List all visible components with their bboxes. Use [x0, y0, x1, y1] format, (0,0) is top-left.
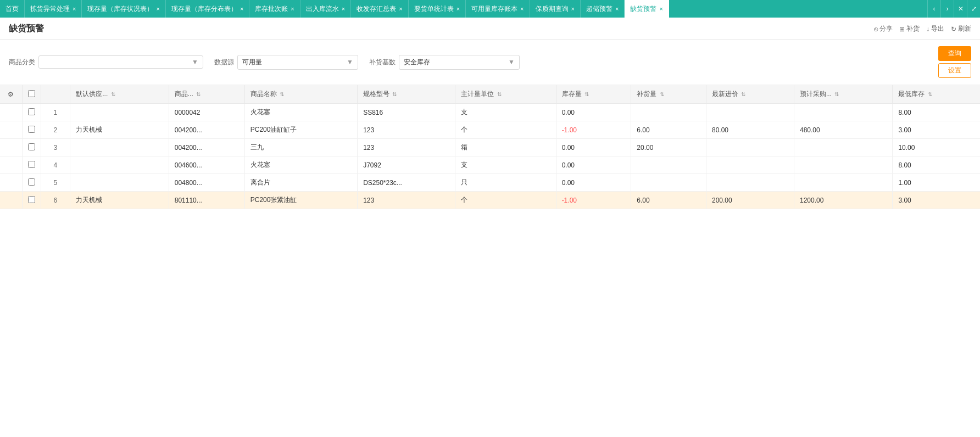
row-estimated-purchase-2: 480.00	[794, 121, 892, 139]
datasource-select[interactable]: 可用量 ▼	[237, 55, 358, 70]
row-estimated-purchase-4	[794, 156, 892, 174]
page-header: 缺货预警 ⎋ 分享 ⊞ 补货 ↓ 导出 ↻ 刷新	[0, 18, 980, 40]
tab-available-account[interactable]: 可用量库存账本 ×	[466, 0, 530, 18]
replenish-base-filter-group: 补货基数 安全库存 ▼	[369, 55, 520, 70]
table-row: 4 004600... 火花塞 J7092 支 0.00 8.00	[0, 156, 980, 174]
tab-close-inout-flow[interactable]: ×	[342, 5, 345, 12]
tab-close-expiry-query[interactable]: ×	[571, 5, 575, 12]
replenish-base-select[interactable]: 安全库存 ▼	[399, 55, 520, 70]
column-latest-price[interactable]: 最新进价 ⇅	[706, 85, 794, 104]
row-select-checkbox-6[interactable]	[28, 196, 35, 203]
row-replenish-qty-4	[631, 156, 706, 174]
category-select[interactable]: ▼	[38, 55, 203, 69]
table-row: 2 力天机械 004200... PC200油缸缸子 123 个 -1.00 6…	[0, 121, 980, 139]
tab-expiry-query[interactable]: 保质期查询 ×	[530, 0, 581, 18]
tab-inventory-dist[interactable]: 现存量（库存分布表） ×	[166, 0, 249, 18]
tab-close-abnormal[interactable]: ×	[73, 5, 76, 12]
tab-close-available-account[interactable]: ×	[520, 5, 524, 12]
refresh-button[interactable]: ↻ 刷新	[951, 24, 971, 33]
column-unit[interactable]: 主计量单位 ⇅	[455, 85, 556, 104]
datasource-filter-group: 数据源 可用量 ▼	[214, 55, 358, 70]
tab-close-receive-summary[interactable]: ×	[399, 5, 402, 12]
row-num-1: 1	[41, 104, 70, 121]
row-min-stock-1: 8.00	[893, 104, 980, 121]
row-select-checkbox-5[interactable]	[28, 178, 35, 186]
tab-close-demand-stat[interactable]: ×	[456, 5, 460, 12]
column-gear[interactable]: ⚙	[0, 85, 22, 104]
tab-inventory-status[interactable]: 现存量（库存状况表） ×	[82, 0, 165, 18]
column-min-stock[interactable]: 最低库存 ⇅	[893, 85, 980, 104]
settings-button[interactable]: 设置	[938, 63, 971, 78]
tab-shortage[interactable]: 缺货预警 ×	[625, 0, 669, 18]
row-checkbox-2[interactable]	[22, 121, 41, 139]
sort-stock-icon: ⇅	[584, 91, 589, 97]
column-spec[interactable]: 规格型号 ⇅	[358, 85, 455, 104]
tab-home[interactable]: 首页	[0, 0, 25, 18]
column-num	[41, 85, 70, 104]
tab-close-batch-account[interactable]: ×	[291, 5, 294, 12]
row-replenish-qty-3: 20.00	[631, 139, 706, 156]
row-select-checkbox-2[interactable]	[28, 126, 35, 133]
row-select-checkbox-1[interactable]	[28, 108, 35, 115]
row-checkbox-3[interactable]	[22, 139, 41, 156]
tab-demand-stat[interactable]: 要货单统计表 ×	[409, 0, 466, 18]
select-all-checkbox[interactable]	[28, 90, 35, 97]
share-button[interactable]: ⎋ 分享	[874, 24, 893, 33]
row-name-5: 离合片	[244, 174, 357, 192]
row-code-3: 004200...	[169, 139, 244, 156]
tab-abnormal[interactable]: 拣货异常处理 ×	[25, 0, 82, 18]
row-checkbox-5[interactable]	[22, 174, 41, 192]
category-filter-group: 商品分类 ▼	[9, 55, 203, 69]
row-checkbox-1[interactable]	[22, 104, 41, 121]
row-code-5: 004800...	[169, 174, 244, 192]
row-unit-1: 支	[455, 104, 556, 121]
column-stock[interactable]: 库存量 ⇅	[556, 85, 631, 104]
tab-inout-flow[interactable]: 出入库流水 ×	[300, 0, 351, 18]
column-replenish-qty[interactable]: 补货量 ⇅	[631, 85, 706, 104]
row-gear-6	[0, 192, 22, 209]
tab-next-button[interactable]: ›	[940, 0, 954, 18]
row-select-checkbox-4[interactable]	[28, 161, 35, 168]
column-estimated-purchase[interactable]: 预计采购... ⇅	[794, 85, 892, 104]
column-product-code[interactable]: 商品... ⇅	[169, 85, 244, 104]
row-unit-4: 支	[455, 156, 556, 174]
query-button[interactable]: 查询	[938, 46, 971, 61]
tab-close-inventory-dist[interactable]: ×	[240, 5, 243, 12]
row-estimated-purchase-5	[794, 174, 892, 192]
tab-close-shortage[interactable]: ×	[659, 5, 662, 12]
datasource-label: 数据源	[214, 58, 234, 67]
row-min-stock-4: 8.00	[893, 156, 980, 174]
replenish-button[interactable]: ⊞ 补货	[899, 24, 920, 33]
tab-maximize-button[interactable]: ⤢	[967, 0, 980, 18]
tab-receive-summary[interactable]: 收发存汇总表 ×	[351, 0, 408, 18]
page-title: 缺货预警	[9, 23, 44, 35]
column-checkbox[interactable]	[22, 85, 41, 104]
row-estimated-purchase-3	[794, 139, 892, 156]
row-select-checkbox-3[interactable]	[28, 143, 35, 150]
row-latest-price-5	[706, 174, 794, 192]
row-name-4: 火花塞	[244, 156, 357, 174]
tab-close-overstock[interactable]: ×	[615, 5, 619, 12]
sort-code-icon: ⇅	[196, 91, 201, 97]
filter-area: 商品分类 ▼ 数据源 可用量 ▼ 补货基数 安全库存 ▼ 查询 设置	[0, 40, 980, 85]
replenish-base-chevron-icon: ▼	[508, 58, 515, 66]
tab-close-inventory-status[interactable]: ×	[156, 5, 159, 12]
tab-batch-account[interactable]: 库存批次账 ×	[249, 0, 300, 18]
tab-close-all-button[interactable]: ✕	[954, 0, 967, 18]
column-default-supplier[interactable]: 默认供应... ⇅	[70, 85, 169, 104]
column-product-name[interactable]: 商品名称 ⇅	[244, 85, 357, 104]
row-checkbox-4[interactable]	[22, 156, 41, 174]
row-spec-2: 123	[358, 121, 455, 139]
row-unit-2: 个	[455, 121, 556, 139]
export-icon: ↓	[926, 25, 929, 33]
row-min-stock-2: 3.00	[893, 121, 980, 139]
filter-actions: 查询 设置	[938, 46, 971, 78]
row-name-3: 三九	[244, 139, 357, 156]
row-gear-3	[0, 139, 22, 156]
export-button[interactable]: ↓ 导出	[926, 24, 944, 33]
row-num-6: 6	[41, 192, 70, 209]
tab-prev-button[interactable]: ‹	[927, 0, 940, 18]
row-checkbox-6[interactable]	[22, 192, 41, 209]
tab-overstock[interactable]: 超储预警 ×	[581, 0, 625, 18]
row-estimated-purchase-6: 1200.00	[794, 192, 892, 209]
